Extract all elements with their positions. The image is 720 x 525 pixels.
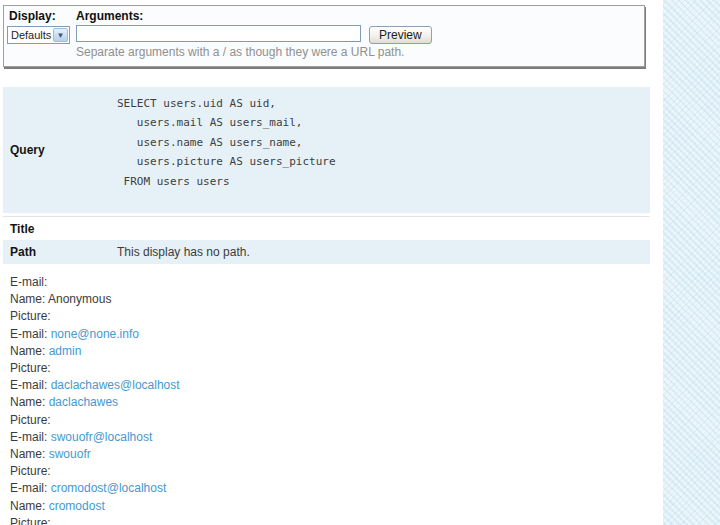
arguments-label: Arguments: <box>76 9 143 23</box>
result-field-line: Name: admin <box>10 343 650 360</box>
field-label: Picture: <box>10 413 54 427</box>
display-select-value: Defaults <box>11 29 51 41</box>
field-value-link[interactable]: swouofr@localhost <box>51 430 153 444</box>
result-field-line: E-mail: daclachawes@localhost <box>10 377 650 394</box>
field-value-link[interactable]: daclachawes <box>49 395 118 409</box>
result-field-line: Name: daclachawes <box>10 394 650 411</box>
result-field-line: E-mail: swouofr@localhost <box>10 429 650 446</box>
result-field-line: Name: Anonymous <box>10 291 650 308</box>
field-label: Name: <box>10 395 49 409</box>
preview-arguments-fieldset: Display: Defaults ▼ Arguments: Preview S… <box>3 5 645 67</box>
field-value-link[interactable]: cromodost@localhost <box>51 481 167 495</box>
field-label: Name: <box>10 292 48 306</box>
field-value-link[interactable]: admin <box>49 344 82 358</box>
field-label: Picture: <box>10 361 54 375</box>
result-field-line: Picture: <box>10 463 650 480</box>
view-summary-table: Query SELECT users.uid AS uid, users.mai… <box>3 87 650 264</box>
field-label: E-mail: <box>10 481 51 495</box>
query-sql: SELECT users.uid AS uid, users.mail AS u… <box>117 87 650 191</box>
path-row-label: Path <box>3 240 117 264</box>
field-value: Anonymous <box>48 292 111 306</box>
field-value-link[interactable]: none@none.info <box>51 327 139 341</box>
result-field-line: E-mail: <box>10 274 650 291</box>
field-label: E-mail: <box>10 275 51 289</box>
field-label: E-mail: <box>10 430 51 444</box>
field-label: Name: <box>10 499 49 513</box>
field-label: Name: <box>10 447 49 461</box>
display-select[interactable]: Defaults ▼ <box>7 26 70 44</box>
field-value-link[interactable]: cromodost <box>49 499 105 513</box>
path-row: Path This display has no path. <box>3 240 650 264</box>
arguments-help-text: Separate arguments with a / as though th… <box>76 45 404 59</box>
preview-button[interactable]: Preview <box>369 26 432 44</box>
query-row: Query SELECT users.uid AS uid, users.mai… <box>3 87 650 213</box>
field-value-link[interactable]: swouofr <box>49 447 91 461</box>
result-field-line: Picture: <box>10 308 650 325</box>
chevron-down-icon: ▼ <box>53 28 68 42</box>
title-row-label: Title <box>3 217 117 240</box>
result-field-line: E-mail: none@none.info <box>10 326 650 343</box>
result-field-line: Name: swouofr <box>10 446 650 463</box>
field-value-link[interactable]: daclachawes@localhost <box>51 378 180 392</box>
field-label: Picture: <box>10 309 54 323</box>
result-field-line: Name: cromodost <box>10 498 650 515</box>
title-row: Title <box>3 216 650 240</box>
result-field-line: Picture: <box>10 360 650 377</box>
display-label: Display: <box>9 9 56 23</box>
path-row-value: This display has no path. <box>117 240 650 264</box>
results-list: E-mail: Name: AnonymousPicture: E-mail: … <box>0 274 650 525</box>
field-label: Picture: <box>10 464 54 478</box>
field-label: E-mail: <box>10 327 51 341</box>
content-area: Display: Defaults ▼ Arguments: Preview S… <box>0 0 663 525</box>
title-row-value <box>117 217 650 240</box>
field-label: Picture: <box>10 516 54 525</box>
query-row-label: Query <box>3 87 117 213</box>
arguments-input[interactable] <box>76 25 361 42</box>
result-field-line: Picture: <box>10 412 650 429</box>
field-label: E-mail: <box>10 378 51 392</box>
result-field-line: E-mail: cromodost@localhost <box>10 480 650 497</box>
result-field-line: Picture: <box>10 515 650 525</box>
field-label: Name: <box>10 344 49 358</box>
